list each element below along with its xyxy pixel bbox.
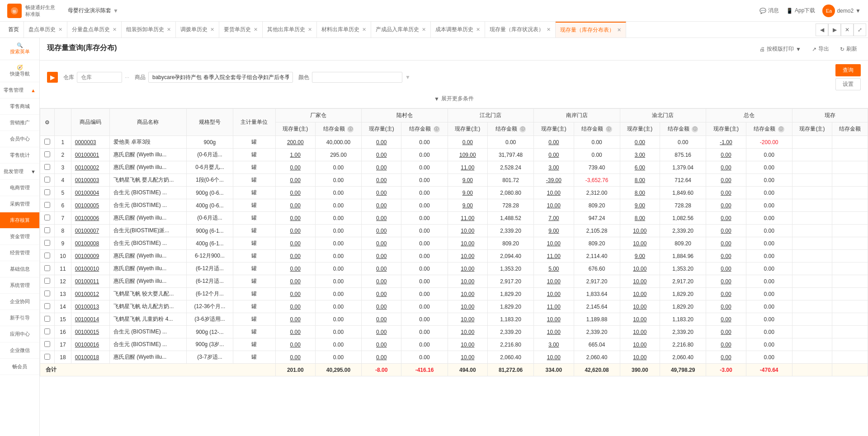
row-select[interactable] xyxy=(40,263,55,275)
row-t-qty[interactable]: 0.00 xyxy=(706,288,746,300)
row-jb-qty[interactable]: 10.00 xyxy=(448,237,487,250)
row-select[interactable] xyxy=(40,225,55,237)
color-dropdown-btn[interactable]: ▼ xyxy=(405,74,410,80)
row-yb-qty[interactable]: 10.00 xyxy=(620,237,660,250)
row-yb-qty[interactable]: 8.00 xyxy=(620,212,660,225)
row-yb-qty[interactable]: 8.00 xyxy=(620,187,660,199)
row-select[interactable] xyxy=(40,275,55,288)
download-btn[interactable]: 📱 App下载 xyxy=(786,7,815,14)
row-t-qty[interactable]: 0.00 xyxy=(706,351,746,364)
row-t-qty[interactable]: 0.00 xyxy=(706,237,746,250)
tab-close-icon[interactable]: ✕ xyxy=(58,27,62,33)
row-select[interactable] xyxy=(40,136,55,149)
row-na-qty[interactable]: 0.00 xyxy=(534,136,574,149)
row-select[interactable] xyxy=(40,212,55,225)
messages-btn[interactable]: 💬 消息 xyxy=(760,7,779,14)
sidebar-item-online-store[interactable]: 零售商城 xyxy=(0,98,39,115)
tab-order[interactable]: 要货单历史 ✕ xyxy=(219,22,263,38)
color-input[interactable] xyxy=(312,72,402,83)
row-code[interactable]: 00100002 xyxy=(71,161,109,174)
row-yb-qty[interactable]: 10.00 xyxy=(620,326,660,338)
sidebar-item-marketing[interactable]: 营销推广 xyxy=(0,115,39,131)
row-t-qty[interactable]: 0.00 xyxy=(706,161,746,174)
row-yb-qty[interactable]: 10.00 xyxy=(620,300,660,313)
row-t-qty[interactable]: -1.00 xyxy=(706,136,746,149)
row-t-qty[interactable]: 0.00 xyxy=(706,275,746,288)
row-t-qty[interactable]: 0.00 xyxy=(706,300,746,313)
row-l-qty[interactable]: 0.00 xyxy=(362,300,401,313)
info-icon[interactable]: ⓘ xyxy=(692,126,698,132)
company-dropdown[interactable]: 母婴行业演示陈套 ▼ xyxy=(68,7,118,14)
row-na-qty[interactable]: 11.00 xyxy=(534,250,574,263)
row-na-qty[interactable]: -39.00 xyxy=(534,174,574,187)
row-code[interactable]: 00100007 xyxy=(71,225,109,237)
tab-inventory-check[interactable]: 盘点单历史 ✕ xyxy=(24,22,67,38)
row-f-qty[interactable]: 0.00 xyxy=(275,313,315,326)
tab-transfer[interactable]: 调拨单历史 ✕ xyxy=(176,22,219,38)
row-l-qty[interactable]: 0.00 xyxy=(362,326,401,338)
row-f-qty[interactable]: 0.00 xyxy=(275,288,315,300)
info-icon[interactable]: ⓘ xyxy=(434,126,440,132)
row-f-qty[interactable]: 0.00 xyxy=(275,263,315,275)
table-container[interactable]: ⚙ 商品编码 商品名称 规格型号 主计量单位 厂家仓 陆村仓 江北门店 南岸门店… xyxy=(40,108,868,436)
row-select[interactable] xyxy=(40,237,55,250)
sidebar-item-wechat[interactable]: 企业微信 xyxy=(0,342,39,359)
row-code[interactable]: 00100011 xyxy=(71,275,109,288)
tab-close-icon[interactable]: ✕ xyxy=(476,27,480,33)
row-f-qty[interactable]: 0.00 xyxy=(275,187,315,199)
row-yb-qty[interactable]: 0.00 xyxy=(620,136,660,149)
sidebar-item-finance[interactable]: 资金管理 xyxy=(0,229,39,245)
row-l-qty[interactable]: 0.00 xyxy=(362,199,401,212)
row-l-qty[interactable]: 0.00 xyxy=(362,237,401,250)
row-l-qty[interactable]: 0.00 xyxy=(362,136,401,149)
row-yb-qty[interactable]: 9.00 xyxy=(620,250,660,263)
row-t-qty[interactable]: 0.00 xyxy=(706,326,746,338)
row-jb-qty[interactable]: 10.00 xyxy=(448,225,487,237)
print-btn[interactable]: 🖨 按模版打印 ▼ xyxy=(756,43,805,55)
tab-assembly[interactable]: 组装拆卸单历史 ✕ xyxy=(122,22,176,38)
row-t-qty[interactable]: 0.00 xyxy=(706,149,746,161)
row-jb-qty[interactable]: 10.00 xyxy=(448,288,487,300)
tab-close-all-btn[interactable]: ✕ xyxy=(841,23,854,36)
row-select[interactable] xyxy=(40,161,55,174)
tab-close-icon[interactable]: ✕ xyxy=(422,27,426,33)
row-code[interactable]: 00100014 xyxy=(71,313,109,326)
export-btn[interactable]: ↗ 导出 xyxy=(808,43,833,55)
row-f-qty[interactable]: 0.00 xyxy=(275,225,315,237)
row-jb-qty[interactable]: 10.00 xyxy=(448,275,487,288)
row-f-qty[interactable]: 0.00 xyxy=(275,212,315,225)
row-f-qty[interactable]: 0.00 xyxy=(275,174,315,187)
row-na-qty[interactable]: 5.00 xyxy=(534,263,574,275)
tab-close-icon[interactable]: ✕ xyxy=(210,27,214,33)
tab-portion-check[interactable]: 分量盘点单历史 ✕ xyxy=(67,22,122,38)
row-na-qty[interactable]: 10.00 xyxy=(534,199,574,212)
row-jb-qty[interactable]: 10.00 xyxy=(448,300,487,313)
row-jb-qty[interactable]: 10.00 xyxy=(448,338,487,351)
info-icon[interactable]: ⓘ xyxy=(519,126,526,132)
row-yb-qty[interactable]: 9.00 xyxy=(620,199,660,212)
row-f-qty[interactable]: 0.00 xyxy=(275,338,315,351)
sidebar-search[interactable]: 🔍 搜索英单 xyxy=(0,38,39,60)
row-select[interactable] xyxy=(40,149,55,161)
row-l-qty[interactable]: 0.00 xyxy=(362,275,401,288)
row-na-qty[interactable]: 7.00 xyxy=(534,212,574,225)
row-code[interactable]: 0000003 xyxy=(71,136,109,149)
sidebar-item-system[interactable]: 系统管理 xyxy=(0,277,39,294)
row-l-qty[interactable]: 0.00 xyxy=(362,174,401,187)
sidebar-item-operations[interactable]: 经营管理 xyxy=(0,245,39,261)
sidebar-item-retail[interactable]: 零售管理 ▲ xyxy=(0,82,39,98)
row-t-qty[interactable]: 0.00 xyxy=(706,187,746,199)
row-na-qty[interactable]: 11.00 xyxy=(534,300,574,313)
row-code[interactable]: 00100005 xyxy=(71,199,109,212)
row-f-qty[interactable]: 0.00 xyxy=(275,199,315,212)
row-f-qty[interactable]: 0.00 xyxy=(275,275,315,288)
row-jb-qty[interactable]: 9.00 xyxy=(448,187,487,199)
row-f-qty[interactable]: 0.00 xyxy=(275,250,315,263)
warehouse-more-btn[interactable]: ··· xyxy=(125,74,129,80)
row-f-qty[interactable]: 0.00 xyxy=(275,300,315,313)
row-yb-qty[interactable]: 10.00 xyxy=(620,275,660,288)
row-jb-qty[interactable]: 9.00 xyxy=(448,199,487,212)
row-f-qty[interactable]: 0.00 xyxy=(275,161,315,174)
sidebar-item-wholesale[interactable]: 批发管理 ▼ xyxy=(0,164,39,180)
tab-close-icon[interactable]: ✕ xyxy=(617,27,621,33)
